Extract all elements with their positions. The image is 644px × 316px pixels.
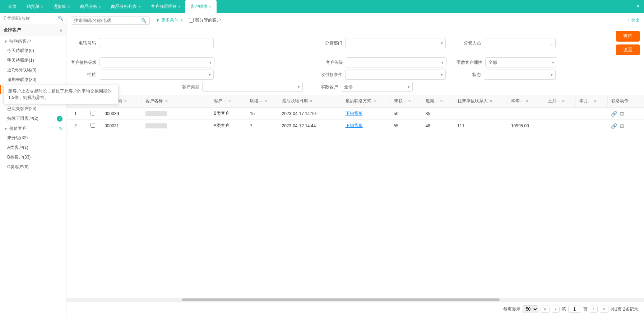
cell-check-2	[85, 120, 101, 132]
sidebar-search-area: 🔍	[0, 13, 66, 24]
contact-icon-2[interactable]: 🔗	[611, 123, 617, 129]
sidebar-item-today[interactable]: 今天待联络(0)	[0, 46, 66, 56]
sort-icon-code: ⇅	[124, 99, 127, 103]
main-search-icon[interactable]: 🔍	[141, 18, 147, 23]
sidebar-item-ungrouped[interactable]: 未分组(32)	[0, 133, 66, 143]
sidebar-item-7days[interactable]: 近7天待联络(0)	[0, 65, 66, 75]
dept-select[interactable]	[345, 38, 446, 48]
th-uncontact[interactable]: 未联... ⇅	[390, 95, 422, 107]
more-icon-2[interactable]: ⊞	[620, 123, 624, 129]
th-year[interactable]: 本年... ⇅	[508, 95, 544, 107]
cell-overdue-2: 48	[422, 120, 454, 132]
th-last-date[interactable]: 最后联络日期 ⇅	[278, 95, 342, 107]
customer-level-select[interactable]	[346, 57, 446, 67]
nav-product-analysis-list[interactable]: 商品分析列表 ×	[106, 0, 145, 13]
search-bar: 🔍 ▼ 更多条件 ∧ 我分管的客户 ↑ 导出	[66, 13, 644, 28]
nav-customer-contact[interactable]: 客户联络 ×	[185, 0, 216, 13]
customer-level-wrap: ▼	[346, 57, 446, 67]
sort-icon-this-month: ⇅	[594, 99, 597, 103]
status-select[interactable]	[484, 70, 556, 80]
sort-icon-name: ⇅	[165, 99, 168, 103]
retail-attr-select[interactable]: 全部	[485, 57, 557, 67]
page-first-button[interactable]: «	[541, 306, 550, 313]
gender-wrap: ▼	[99, 70, 214, 80]
sidebar-item-tomorrow[interactable]: 明天待联络(1)	[0, 56, 66, 65]
th-type[interactable]: 客户... ⇅	[210, 95, 246, 107]
nav-sales-order-close[interactable]: ×	[41, 4, 43, 9]
settings-button[interactable]: 设置	[616, 44, 640, 55]
page-input[interactable]	[568, 306, 581, 313]
more-icon-1[interactable]: ⊞	[620, 111, 624, 117]
cell-name-1	[142, 107, 210, 120]
export-button[interactable]: ↑ 导出	[627, 17, 640, 23]
nav-purchase-order[interactable]: 进货单 ×	[48, 0, 75, 13]
th-overdue[interactable]: 逾期... ⇅	[422, 95, 454, 107]
sidebar-item-declining[interactable]: 持续下滑客户(2) ?	[0, 114, 66, 123]
dept-select-wrap: ▼	[345, 38, 446, 48]
payment-label: 收付款条件	[317, 72, 342, 78]
pagination: 每页显示 50 « ‹ 第 页 › » 共1页 2条记录	[66, 302, 644, 316]
retail-select[interactable]: 全部	[341, 82, 413, 92]
nav-product-list-close[interactable]: ×	[138, 4, 140, 9]
customers-table: ⚙ 客户编码 ⇅ 客户名称 ⇅	[66, 95, 644, 132]
gender-select[interactable]	[99, 70, 214, 80]
query-button[interactable]: 查询	[616, 31, 640, 42]
window-close-button[interactable]: ×	[636, 3, 640, 10]
filter-row-4: ... 客户类型 ▼ 零散客户 全部 ▼	[71, 82, 640, 92]
th-contact[interactable]: 联络... ⇅	[246, 95, 278, 107]
page-prev-button[interactable]: ‹	[552, 306, 560, 313]
nav-customer-tier[interactable]: 客户分层经营 ×	[146, 0, 185, 13]
sidebar-search-icon[interactable]: 🔍	[58, 16, 63, 21]
nav-home[interactable]: 首页	[3, 0, 22, 13]
horizontal-scrollbar[interactable]	[66, 298, 644, 302]
th-last-method[interactable]: 最后联络方式 ⇅	[342, 95, 390, 107]
pending-contact-group[interactable]: ▼ 待联络客户	[0, 36, 66, 46]
nav-product-analysis-close[interactable]: ×	[99, 4, 101, 9]
nav-customer-contact-close[interactable]: ×	[209, 4, 211, 9]
page-last-button[interactable]: »	[600, 306, 609, 313]
sidebar-item-overdue-contact[interactable]: 逾期未联络(30)	[0, 75, 66, 85]
nav-customer-tier-close[interactable]: ×	[178, 4, 180, 9]
my-customers-checkbox[interactable]	[189, 18, 194, 23]
row-checkbox-1[interactable]	[91, 111, 95, 115]
last-method-link-2[interactable]: 下销货单	[346, 123, 363, 128]
tooltip-box: 距客户上次交易时长，超过了此客户的平均交易周期的1.5倍，则视为异常。	[4, 85, 66, 104]
sidebar-item-churned[interactable]: 已流失客户(24)	[0, 104, 66, 114]
main-search-input[interactable]	[74, 18, 141, 23]
table-row: 1 000039 B类客户 15 2023-04-17 14:19: 下销货单	[66, 107, 644, 120]
search-input-wrap: 🔍	[71, 16, 150, 25]
last-method-link-1[interactable]: 下销货单	[346, 111, 363, 116]
all-customers-header[interactable]: 全部客户 «	[0, 24, 66, 36]
customer-level-label: 客户等级	[318, 60, 343, 66]
row-checkbox-2[interactable]	[91, 123, 95, 128]
manager-select[interactable]	[484, 38, 556, 48]
info-icon-declining[interactable]: ?	[57, 116, 62, 122]
table-area: ⚙ 客户编码 ⇅ 客户名称 ⇅	[66, 95, 644, 298]
nav-purchase-close[interactable]: ×	[68, 4, 70, 9]
sidebar-item-b-class[interactable]: B类客户(33)	[0, 152, 66, 162]
page-next-button[interactable]: ›	[590, 306, 598, 313]
th-last-month[interactable]: 上月... ⇅	[544, 95, 576, 107]
status-label: 状态	[456, 72, 481, 78]
collapse-icon[interactable]: «	[60, 27, 62, 33]
th-name[interactable]: 客户名称 ⇅	[142, 95, 210, 107]
value-customers-group[interactable]: ▼ 价值客户 ✎	[0, 123, 66, 133]
nav-sales-order[interactable]: 销货单 ×	[22, 0, 48, 13]
payment-select[interactable]	[345, 70, 446, 80]
th-person[interactable]: 往来单位联系人 ⇅	[454, 95, 508, 107]
th-this-month[interactable]: 本月... ⇅	[576, 95, 608, 107]
table-header-row: ⚙ 客户编码 ⇅ 客户名称 ⇅	[66, 95, 644, 107]
edit-icon[interactable]: ✎	[59, 126, 62, 131]
per-page-select[interactable]: 50	[523, 305, 538, 313]
sidebar-item-c-class[interactable]: C类客户(6)	[0, 162, 66, 172]
cell-this-month-1	[576, 107, 608, 120]
customer-type-select[interactable]	[202, 82, 303, 92]
more-conditions-button[interactable]: ▼ 更多条件 ∧	[153, 16, 186, 25]
nav-product-analysis[interactable]: 商品分析 ×	[75, 0, 106, 13]
phone-input[interactable]	[99, 38, 214, 48]
sidebar-item-a-class[interactable]: A类客户(1)	[0, 143, 66, 152]
sidebar-search-input[interactable]	[3, 16, 58, 21]
manager-select-wrap: …	[484, 38, 556, 48]
contact-icon-1[interactable]: 🔗	[611, 111, 617, 117]
price-level-select[interactable]	[99, 57, 214, 67]
